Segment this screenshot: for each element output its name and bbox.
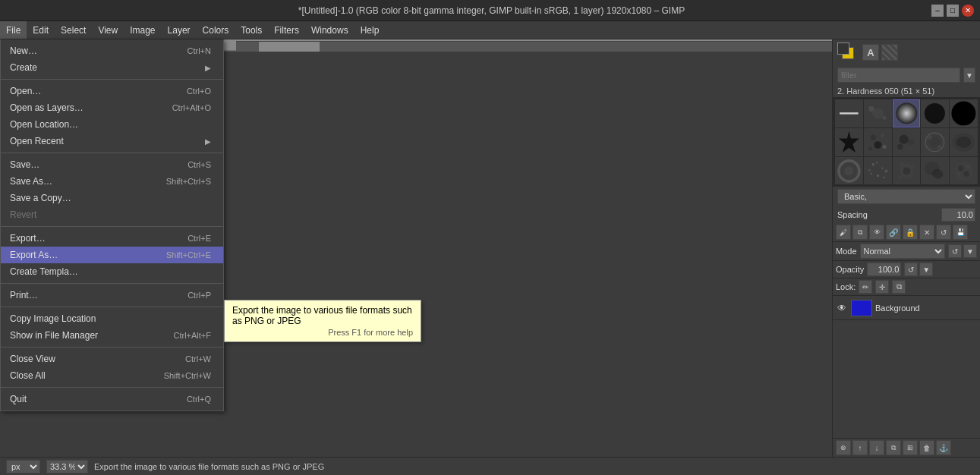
brush-cell-texture1[interactable] [921, 128, 949, 156]
brush-cell-spray[interactable] [864, 157, 892, 185]
brush-type-select[interactable]: Basic, [837, 189, 975, 204]
menu-item-layer[interactable]: Layer [162, 21, 197, 39]
file-create-template-label: Create Templa… [10, 266, 78, 277]
layers-tool-visibility[interactable]: 👁 [869, 225, 884, 240]
zoom-select[interactable]: 33.3 % 50 % 100 % [46, 460, 88, 473]
menu-item-edit[interactable]: Edit [27, 21, 55, 39]
lock-alpha-btn[interactable]: ⧉ [892, 280, 906, 294]
brush-cell-star[interactable] [835, 128, 863, 156]
layers-tool-save[interactable]: 💾 [953, 225, 968, 240]
pattern-icon[interactable] [881, 44, 898, 61]
layers-tool-paint[interactable]: 🖌 [836, 225, 851, 240]
file-show-manager-shortcut: Ctrl+Alt+F [173, 331, 211, 340]
layers-anchor-btn[interactable]: ⚓ [936, 440, 951, 455]
file-revert-label: Revert [10, 209, 36, 220]
opacity-icon-reset[interactable]: ↺ [904, 263, 918, 276]
file-export-shortcut: Ctrl+E [187, 234, 211, 243]
layers-tool-lock[interactable]: 🔒 [903, 225, 918, 240]
brush-filter-input[interactable] [837, 68, 960, 83]
file-menu-open-as-layers[interactable]: Open as Layers… Ctrl+Alt+O [1, 99, 223, 116]
svg-point-51 [964, 171, 969, 176]
brush-cell-hardness050[interactable] [893, 99, 921, 127]
layers-raise-btn[interactable]: ↑ [852, 440, 868, 455]
menu-item-file[interactable]: File [0, 21, 27, 39]
layer-item-background[interactable]: 👁 Background [833, 296, 980, 320]
svg-point-46 [909, 176, 912, 179]
file-export-label: Export… [10, 233, 46, 244]
menu-item-view[interactable]: View [92, 21, 124, 39]
layers-tool-link[interactable]: 🔗 [886, 225, 901, 240]
scroll-thumb-horizontal[interactable] [259, 42, 320, 52]
close-button[interactable]: ✕ [962, 5, 974, 17]
layer-eye-icon[interactable]: 👁 [836, 302, 848, 314]
minimize-button[interactable]: – [931, 5, 944, 17]
brush-cell-texture2[interactable] [950, 128, 978, 156]
layers-lower-btn[interactable]: ↓ [869, 440, 884, 455]
brush-cell-blob[interactable] [921, 157, 949, 185]
unit-select[interactable]: px mm in [6, 460, 40, 473]
brush-cell-large1[interactable] [921, 99, 949, 127]
menu-item-windows[interactable]: Windows [305, 21, 355, 39]
file-menu-open-recent[interactable]: Open Recent ▶ [1, 133, 223, 149]
file-menu-open-location[interactable]: Open Location… [1, 116, 223, 133]
spacing-input[interactable] [941, 208, 975, 222]
file-menu-save[interactable]: Save… Ctrl+S [1, 156, 223, 173]
brush-cell-speckle1[interactable] [864, 99, 892, 127]
file-menu-section-8: Quit Ctrl+Q [1, 388, 223, 411]
lock-pixels-btn[interactable]: ✏ [859, 280, 872, 294]
brush-cell-solid[interactable] [950, 99, 978, 127]
opacity-input[interactable] [867, 263, 901, 276]
file-menu-quit[interactable]: Quit Ctrl+Q [1, 391, 223, 407]
layers-tool-refresh[interactable]: ↺ [936, 225, 951, 240]
layers-tool-delete[interactable]: ✕ [919, 225, 934, 240]
file-show-manager-label: Show in File Manager [10, 330, 98, 341]
menu-item-help[interactable]: Help [355, 21, 386, 39]
file-menu-close-all[interactable]: Close All Shift+Ctrl+W [1, 367, 223, 384]
mode-select[interactable]: Normal [860, 244, 945, 259]
file-menu-create-template[interactable]: Create Templa… [1, 263, 223, 280]
filter-dropdown-button[interactable]: ▼ [963, 68, 975, 83]
brush-cell-splatter2[interactable] [893, 128, 921, 156]
brush-cell-rough[interactable] [950, 157, 978, 185]
file-menu-save-as[interactable]: Save As… Shift+Ctrl+S [1, 173, 223, 190]
menu-item-image[interactable]: Image [124, 21, 161, 39]
svg-point-14 [925, 103, 945, 124]
menu-item-colors[interactable]: Colors [197, 21, 235, 39]
mode-icon-reset[interactable]: ↺ [948, 244, 962, 258]
color-indicators[interactable] [837, 42, 860, 62]
file-menu-export[interactable]: Export… Ctrl+E [1, 230, 223, 247]
window-controls[interactable]: – □ ✕ [931, 5, 974, 17]
svg-point-22 [899, 134, 908, 143]
brush-cell-splatter1[interactable] [864, 128, 892, 156]
file-menu-print[interactable]: Print… Ctrl+P [1, 287, 223, 304]
file-menu-show-in-manager[interactable]: Show in File Manager Ctrl+Alt+F [1, 327, 223, 344]
opacity-icon-expand[interactable]: ▼ [919, 263, 933, 276]
foreground-color-swatch[interactable] [837, 42, 849, 55]
svg-point-37 [884, 176, 885, 178]
mode-icon-expand[interactable]: ▼ [963, 244, 977, 258]
file-menu-new[interactable]: New… Ctrl+N [1, 42, 223, 59]
brush-cell-ring1[interactable] [835, 157, 863, 185]
file-save-label: Save… [10, 159, 39, 170]
file-menu-close-view[interactable]: Close View Ctrl+W [1, 351, 223, 367]
maximize-button[interactable]: □ [947, 5, 959, 17]
file-menu-open[interactable]: Open… Ctrl+O [1, 83, 223, 99]
brush-cell-line[interactable] [835, 99, 863, 127]
file-menu-copy-location[interactable]: Copy Image Location [1, 310, 223, 327]
file-menu-create[interactable]: Create ▶ [1, 59, 223, 76]
layers-merge-btn[interactable]: ⊞ [903, 440, 918, 455]
layers-new-btn[interactable]: ⊕ [836, 440, 851, 455]
lock-position-btn[interactable]: ✛ [875, 280, 889, 294]
menu-item-filters[interactable]: Filters [268, 21, 305, 39]
brush-cell-splat[interactable] [893, 157, 921, 185]
layers-delete-btn[interactable]: 🗑 [919, 440, 934, 455]
file-menu-save-copy[interactable]: Save a Copy… [1, 190, 223, 206]
menu-item-tools[interactable]: Tools [235, 21, 268, 39]
svg-point-18 [881, 134, 884, 137]
opacity-row: Opacity ↺ ▼ [833, 261, 980, 278]
text-tool-icon[interactable]: A [862, 44, 879, 61]
layers-tool-duplicate[interactable]: ⧉ [852, 225, 868, 240]
file-menu-export-as[interactable]: Export As… Shift+Ctrl+E [1, 247, 223, 263]
layers-duplicate-btn[interactable]: ⧉ [886, 440, 901, 455]
menu-item-select[interactable]: Select [55, 21, 92, 39]
